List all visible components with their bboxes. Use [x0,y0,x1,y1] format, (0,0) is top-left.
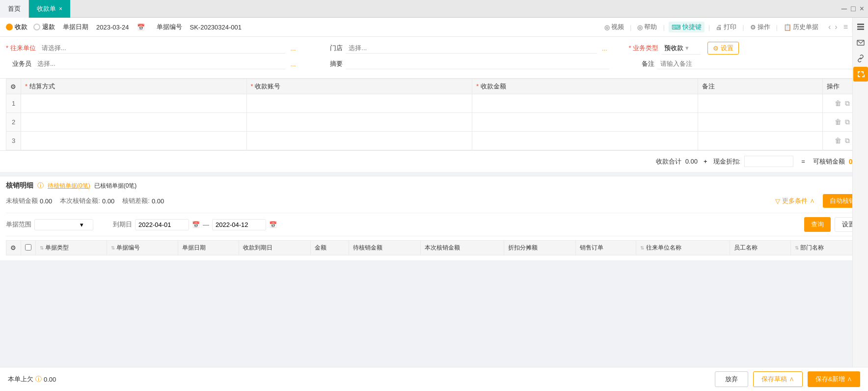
row3-amount[interactable] [472,132,698,150]
select-all-checkbox[interactable] [25,244,31,251]
total-value: 0.00 [685,158,698,165]
sidebar-expand-icon[interactable] [853,67,868,82]
date-to-input[interactable] [212,219,266,230]
bth-dept: ⇅ 部门名称 [790,241,862,255]
print-button[interactable]: 🖨 打印 [714,22,738,32]
done-tab-link[interactable]: 已核销单据(0笔) [94,182,137,190]
th-settings[interactable]: ⚙ [6,79,21,94]
table-row: 1 🗑 ⧉ [6,94,862,113]
close-button[interactable]: × [860,4,864,13]
more-conditions-btn[interactable]: ▽ 更多条件 ∧ [775,196,815,205]
row2-remark[interactable] [698,113,822,132]
help-button[interactable]: ◎ 帮助 [635,22,659,32]
radio-receive-label: 收款 [15,23,27,31]
operation-button[interactable]: ⚙ 操作 [748,22,772,32]
partner-input[interactable] [39,43,286,54]
discount-input[interactable] [744,156,793,167]
sidebar-link-icon[interactable] [853,51,868,66]
table-settings-icon[interactable]: ⚙ [10,83,16,90]
row3-remark[interactable] [698,132,822,150]
pending-tab-link[interactable]: 待核销单据(0笔) [48,182,90,190]
row1-amount[interactable] [472,94,698,113]
settings-button[interactable]: ⚙ 设置 [707,42,739,55]
history-button[interactable]: 📋 历史单据 [782,22,820,32]
salesman-more-icon[interactable]: ... [288,60,298,68]
row3-settle[interactable] [21,132,247,150]
row1-delete-icon[interactable]: 🗑 [835,99,841,107]
remark-field: 备注 [629,58,862,69]
sidebar-table-icon[interactable] [853,20,868,34]
sep3: | [708,24,710,31]
save-new-button[interactable]: 保存&新增 ∧ [808,371,860,387]
sidebar-mail-icon[interactable] [853,35,868,50]
tab-active[interactable]: 收款单 × [29,0,70,18]
help-icon: ◎ [637,24,643,31]
print-icon: 🖨 [716,24,722,31]
row3-copy-icon[interactable]: ⧉ [845,137,850,144]
tab-close-icon[interactable]: × [59,5,62,12]
summary-field: 摘要 [317,58,609,69]
doc-date-value: 2023-03-24 [96,24,129,31]
bth-due-date: 收款到期日 [239,241,310,255]
verification-title: 核销明细 [6,181,33,190]
maximize-button[interactable]: □ [851,4,856,13]
row2-amount[interactable] [472,113,698,132]
doc-no-value: SK-20230324-001 [190,24,242,31]
sort-icon[interactable]: ⇅ [40,245,44,251]
row3-delete-icon[interactable]: 🗑 [835,137,841,144]
sort-icon3[interactable]: ⇅ [640,245,644,251]
abandon-button[interactable]: 放弃 [715,371,748,387]
bth-settings[interactable]: ⚙ [6,241,21,255]
tab-home-label: 首页 [8,4,21,13]
stats-row: 未核销金额 0.00 本次核销金额: 0.00 核销差额: 0.00 ▽ 更多条… [6,194,862,208]
minimize-button[interactable]: ─ [841,4,847,13]
tab-home[interactable]: 首页 [0,0,29,18]
calendar-icon[interactable]: 📅 [137,24,145,31]
remark-input[interactable] [657,58,862,69]
row2-copy-icon[interactable]: ⧉ [845,118,850,126]
bth-checkbox [21,241,36,255]
radio-refund[interactable]: 退款 [33,23,55,31]
date-to-calendar-icon[interactable]: 📅 [269,221,277,228]
date-from-calendar-icon[interactable]: 📅 [192,221,200,228]
query-button[interactable]: 查询 [804,217,831,232]
range-arrow: ▾ [80,221,83,228]
salesman-label: 业务员 [6,59,31,68]
row1-remark[interactable] [698,94,822,113]
radio-receive[interactable]: 收款 [6,23,27,31]
row1-settle[interactable] [21,94,247,113]
row2-settle[interactable] [21,113,247,132]
row1-account[interactable] [246,94,472,113]
store-more-icon[interactable]: ... [600,45,609,52]
range-filter: 单据范围 ▾ [6,219,93,230]
video-button[interactable]: ◎ 视频 [602,22,626,32]
store-input[interactable] [346,43,597,54]
range-select[interactable]: ▾ [34,219,93,230]
row1-copy-icon[interactable]: ⧉ [845,99,850,107]
nav-prev-icon[interactable]: ‹ [828,23,831,31]
summary-input[interactable] [346,58,609,69]
bth-doc-type: ⇅ 单据类型 [36,241,107,255]
salesman-input[interactable] [34,58,285,69]
row2-delete-icon[interactable]: 🗑 [835,118,841,126]
row3-account[interactable] [246,132,472,150]
filter-icon: ▽ [775,197,780,205]
view-toggle-icon[interactable]: ≡ [843,23,848,31]
partner-more-icon[interactable]: ... [288,45,298,52]
row2-account[interactable] [246,113,472,132]
nav-next-icon[interactable]: › [835,23,837,31]
shortcut-button[interactable]: ⌨ 快捷键 [669,22,705,32]
svg-rect-2 [857,28,864,30]
date-from-input[interactable] [135,219,189,230]
unverified-stat: 未核销金额 0.00 [6,196,52,205]
sort-icon2[interactable]: ⇅ [111,245,115,251]
save-new-label: 保存&新增 ∧ [815,375,852,384]
biz-type-select[interactable]: 预收款 ▾ [661,42,701,55]
save-draft-button[interactable]: 保存草稿 ∧ [753,371,803,387]
doc-no-label: 单据编号 [157,23,182,31]
sort-icon4[interactable]: ⇅ [795,245,799,251]
right-sidebar [852,18,868,371]
video-icon: ◎ [604,24,610,31]
info-icon[interactable]: ⓘ [37,181,44,190]
btable-settings-icon[interactable]: ⚙ [10,244,16,251]
